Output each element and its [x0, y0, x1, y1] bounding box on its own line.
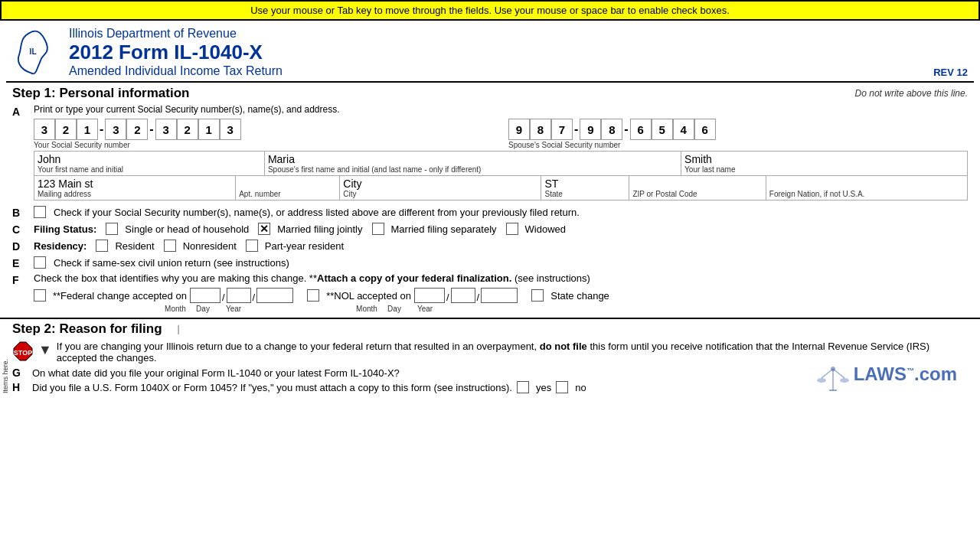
city-label: City: [343, 190, 537, 198]
state-cell: ST State: [541, 176, 629, 200]
section-e-label: E: [12, 256, 34, 269]
filing-married-jointly-checkbox[interactable]: ✕: [258, 223, 270, 235]
ssn1-d6[interactable]: 3: [155, 119, 177, 140]
step2-header: Step 2: Reason for filing |: [0, 319, 980, 339]
section-h-label: H: [12, 381, 28, 393]
svg-text:STOP: STOP: [14, 349, 32, 357]
ssn1-d1[interactable]: 3: [34, 119, 55, 140]
ssn-sep2: -: [148, 122, 155, 136]
ssn1-d9[interactable]: 3: [220, 119, 241, 140]
ssn-sep1: -: [98, 122, 105, 136]
section-f-checks: **Federal change accepted on / / **NOL: [34, 288, 968, 303]
laws-tm: ™: [906, 367, 914, 375]
ssn1-d8[interactable]: 1: [198, 119, 220, 140]
ssn1-d2[interactable]: 2: [55, 119, 77, 140]
ssn1-d4[interactable]: 3: [105, 119, 126, 140]
cursor-indicator: |: [178, 324, 180, 334]
f-month1-input[interactable]: [190, 288, 220, 303]
f-day2-input[interactable]: [451, 288, 475, 303]
section-d: D Residency: Resident Nonresident Part-y…: [12, 239, 968, 253]
filing-widowed-checkbox[interactable]: [506, 223, 518, 235]
foreign-nation-label: Foreign Nation, if not U.S.A.: [769, 190, 964, 198]
ssn2-d1[interactable]: 9: [508, 119, 530, 140]
section-a: A Print or type your current Social Secu…: [12, 104, 968, 201]
filing-status-label: Filing Status:: [34, 223, 96, 235]
section-g-label: G: [12, 367, 28, 379]
section-b-text: Check if your Social Security number(s),…: [54, 207, 580, 218]
ssn2-d2[interactable]: 8: [530, 119, 551, 140]
ssn2-d4[interactable]: 9: [580, 119, 601, 140]
illinois-logo: IL: [12, 28, 58, 77]
section-f: F Check the box that identifies why you …: [12, 272, 968, 313]
f-year1-input[interactable]: [256, 288, 293, 303]
first-name-label: Your first name and initial: [38, 165, 261, 174]
ssn2-d7[interactable]: 5: [652, 119, 673, 140]
down-arrow-icon: ▼: [38, 342, 52, 358]
f-date2: / /: [414, 288, 518, 303]
f-option2-checkbox[interactable]: [307, 289, 319, 302]
ssn1-d7[interactable]: 2: [177, 119, 198, 140]
checkmark-x: ✕: [260, 223, 269, 234]
filing-married-jointly-option: ✕ Married filing jointly: [258, 223, 362, 235]
filing-married-jointly-label: Married filing jointly: [277, 223, 362, 235]
zip-cell: ZIP or Postal Code: [629, 176, 766, 200]
residency-partyear-label: Part-year resident: [265, 240, 344, 252]
filing-married-separately-checkbox[interactable]: [372, 223, 384, 235]
residency-resident-option: Resident: [96, 240, 154, 252]
section-h-text: Did you file a U.S. Form 1040X or Form 1…: [32, 382, 512, 393]
f-slash2b: /: [477, 292, 480, 303]
ssn-row: 3 2 1 - 3 2 - 3 2 1 3 Your Social Securi…: [34, 117, 968, 149]
ssn2-d3[interactable]: 7: [551, 119, 573, 140]
section-a-label: A: [12, 104, 34, 118]
step1-header: Step 1: Personal information Do not writ…: [0, 83, 980, 104]
h-yes-checkbox[interactable]: [517, 381, 529, 393]
ssn2-d9[interactable]: 6: [694, 119, 716, 140]
f-year2-input[interactable]: [481, 288, 518, 303]
residency-partyear-option: Part-year resident: [246, 240, 344, 252]
f-day1-input[interactable]: [227, 288, 251, 303]
ssn2-d8[interactable]: 4: [673, 119, 694, 140]
residency-resident-checkbox[interactable]: [96, 240, 108, 252]
residency-nonresident-option: Nonresident: [164, 240, 237, 252]
ssn2-d6[interactable]: 6: [630, 119, 652, 140]
filing-widowed-option: Widowed: [506, 223, 566, 235]
step2-body: STOP ▼ If you are changing your Illinois…: [0, 339, 980, 395]
form-header: IL Illinois Department of Revenue 2012 F…: [0, 21, 980, 81]
f-month2-input[interactable]: [414, 288, 445, 303]
f-option3-checkbox[interactable]: [531, 289, 544, 302]
stop-icon: STOP: [12, 341, 34, 362]
section-a-instruction: Print or type your current Social Securi…: [34, 104, 968, 115]
f-slash2a: /: [446, 292, 449, 303]
residency-resident-label: Resident: [115, 240, 154, 252]
section-b-checkbox[interactable]: [34, 206, 46, 218]
h-no-checkbox[interactable]: [556, 381, 568, 393]
form-body: A Print or type your current Social Secu…: [0, 104, 980, 313]
form-title: 2012 Form IL-1040-X: [69, 41, 283, 64]
ssn2-label: Spouse's Social Security number: [508, 141, 968, 149]
ssn1-d5[interactable]: 2: [126, 119, 148, 140]
residency-label: Residency:: [34, 240, 87, 252]
filing-single-checkbox[interactable]: [106, 223, 118, 235]
city-value: City: [343, 178, 537, 190]
ssn2-d5[interactable]: 8: [601, 119, 622, 140]
spouse-name-value: Maria: [268, 153, 678, 165]
ssn1-d3[interactable]: 1: [77, 119, 98, 140]
section-b-content: Check if your Social Security number(s),…: [34, 206, 580, 218]
section-e-checkbox[interactable]: [34, 256, 46, 269]
residency-partyear-checkbox[interactable]: [246, 240, 258, 252]
address-cell: 123 Main st Mailing address: [34, 176, 236, 200]
step2-title: Step 2: Reason for filing: [12, 321, 162, 337]
svg-line-4: [822, 369, 833, 378]
apt-cell: Apt. number: [236, 176, 340, 200]
section-b: B Check if your Social Security number(s…: [12, 205, 968, 219]
f-option2-label: **NOL accepted on: [326, 290, 411, 302]
section-c-content: Filing Status: Single or head of househo…: [34, 223, 566, 235]
first-name-value: John: [38, 153, 261, 165]
section-f-text-bold: Attach a copy of your federal finalizati…: [317, 272, 511, 284]
f-option1-checkbox[interactable]: [34, 289, 46, 302]
section-g-text: On what date did you file your original …: [32, 367, 400, 379]
foreign-nation-cell: Foreign Nation, if not U.S.A.: [766, 176, 967, 200]
residency-nonresident-checkbox[interactable]: [164, 240, 176, 252]
f-date1: / /: [190, 288, 293, 303]
instruction-bar: Use your mouse or Tab key to move throug…: [0, 0, 980, 21]
